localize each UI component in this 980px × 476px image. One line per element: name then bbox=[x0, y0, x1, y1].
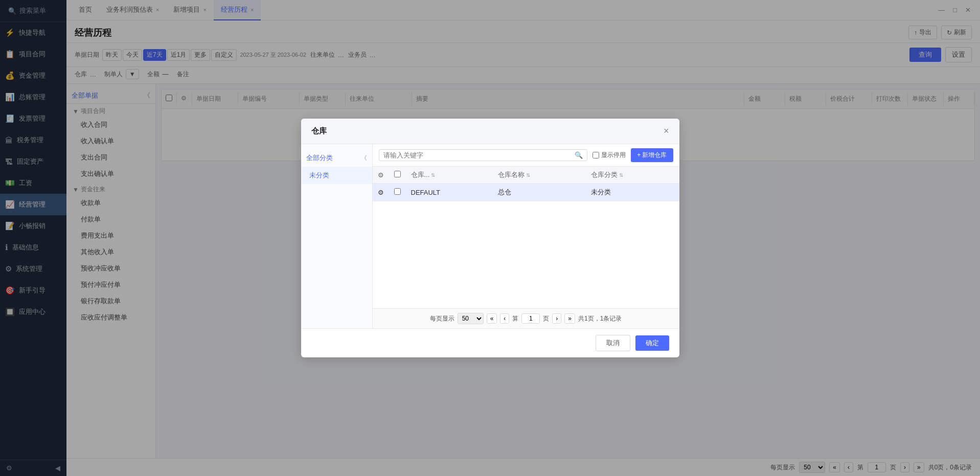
show-disabled-text: 显示停用 bbox=[601, 151, 626, 160]
modal-search-icon: 🔍 bbox=[575, 151, 583, 159]
all-categories-item[interactable]: 全部分类 《 bbox=[301, 149, 372, 167]
modal-title: 仓库 bbox=[311, 126, 327, 136]
row-category: 未分类 bbox=[586, 184, 679, 201]
modal-table: ⚙ 仓库... ⇅ 仓库名称 bbox=[373, 167, 679, 308]
modal-right-panel: 🔍 显示停用 + 新增仓库 ⚙ bbox=[373, 144, 679, 328]
row-checkbox[interactable] bbox=[389, 184, 406, 201]
category-item-label: 未分类 bbox=[309, 171, 329, 180]
row-code: DEFAULT bbox=[406, 184, 493, 201]
all-categories-label: 全部分类 bbox=[306, 153, 333, 163]
show-disabled-label[interactable]: 显示停用 bbox=[592, 151, 626, 160]
th-category: 仓库分类 ⇅ bbox=[586, 167, 679, 184]
modal-overlay[interactable]: 仓库 × 全部分类 《 未分类 bbox=[0, 0, 980, 476]
modal-page-label: 算 bbox=[512, 314, 518, 323]
confirm-button[interactable]: 确定 bbox=[635, 335, 669, 351]
row-settings[interactable]: ⚙ bbox=[373, 184, 389, 201]
modal-header: 仓库 × bbox=[301, 119, 679, 144]
cancel-button[interactable]: 取消 bbox=[596, 335, 630, 351]
modal-page-unit: 页 bbox=[543, 314, 549, 323]
warehouse-modal: 仓库 × 全部分类 《 未分类 bbox=[301, 119, 679, 357]
category-item-unclassified[interactable]: 未分类 bbox=[301, 167, 372, 184]
show-disabled-checkbox[interactable] bbox=[592, 152, 599, 158]
th-select bbox=[389, 167, 406, 184]
modal-actions: 取消 确定 bbox=[301, 328, 679, 357]
modal-per-page-label: 每页显示 bbox=[430, 314, 454, 323]
modal-last-page[interactable]: » bbox=[564, 313, 575, 324]
modal-first-page[interactable]: « bbox=[487, 313, 497, 324]
table-row[interactable]: ⚙ DEFAULT 总仓 未分类 bbox=[373, 184, 679, 201]
th-code: 仓库... ⇅ bbox=[406, 167, 493, 184]
add-warehouse-button[interactable]: + 新增仓库 bbox=[631, 148, 673, 162]
modal-close-button[interactable]: × bbox=[664, 126, 669, 137]
modal-next-page[interactable]: › bbox=[552, 313, 561, 324]
modal-pagination: 每页显示 50 100 « ‹ 算 页 › » 共1页，1条记录 bbox=[373, 308, 679, 328]
modal-body: 全部分类 《 未分类 🔍 bbox=[301, 144, 679, 328]
th-name: 仓库名称 ⇅ bbox=[493, 167, 586, 184]
modal-toolbar: 🔍 显示停用 + 新增仓库 bbox=[373, 144, 679, 167]
modal-per-page-select[interactable]: 50 100 bbox=[458, 313, 484, 324]
category-list: 未分类 bbox=[301, 167, 372, 184]
category-sort-icon[interactable]: ⇅ bbox=[619, 172, 623, 178]
modal-search-input[interactable] bbox=[383, 151, 575, 159]
modal-select-all[interactable] bbox=[394, 171, 401, 177]
th-gear: ⚙ bbox=[373, 167, 389, 184]
modal-table-body: ⚙ DEFAULT 总仓 未分类 bbox=[373, 184, 679, 201]
modal-prev-page[interactable]: ‹ bbox=[500, 313, 509, 324]
code-sort-icon[interactable]: ⇅ bbox=[431, 172, 435, 178]
modal-page-input[interactable] bbox=[521, 313, 540, 324]
left-panel-collapse-icon[interactable]: 《 bbox=[361, 154, 367, 163]
name-sort-icon[interactable]: ⇅ bbox=[526, 172, 530, 178]
row-name: 总仓 bbox=[493, 184, 586, 201]
modal-left-panel: 全部分类 《 未分类 bbox=[301, 144, 373, 328]
modal-total-text: 共1页，1条记录 bbox=[578, 314, 622, 323]
modal-table-header-row: ⚙ 仓库... ⇅ 仓库名称 bbox=[373, 167, 679, 184]
modal-search-box[interactable]: 🔍 bbox=[379, 149, 588, 161]
